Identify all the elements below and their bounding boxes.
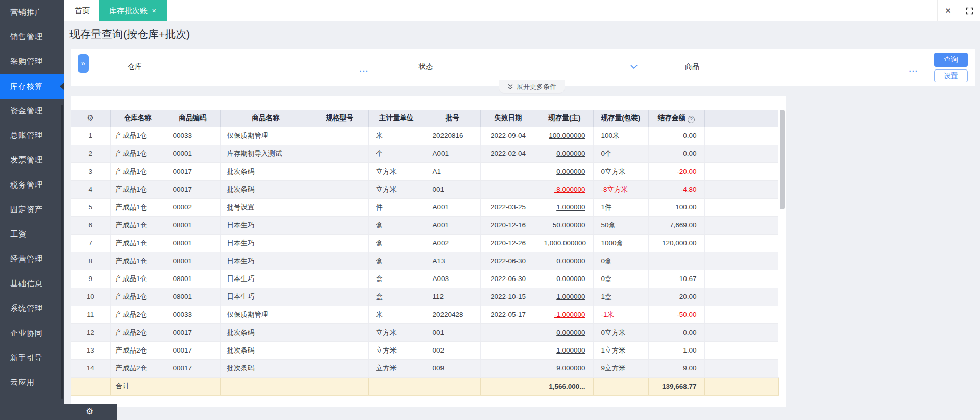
column-header-qty_pack[interactable]: 现存量(包装) <box>593 110 648 127</box>
tab-close-icon[interactable]: ✕ <box>152 8 156 14</box>
cell-unit: 盒 <box>368 270 425 288</box>
product-lookup-ellipsis-icon[interactable]: ... <box>909 65 918 73</box>
qty-main-link[interactable]: 100.000000 <box>549 132 585 139</box>
sidebar-item-fixed-assets[interactable]: 固定资产 <box>0 197 64 222</box>
column-header-qty_main[interactable]: 现存量(主) <box>536 110 593 127</box>
sidebar-item-system-mgmt[interactable]: 系统管理 <box>0 296 64 321</box>
sidebar-item-marketing-promo[interactable]: 营销推广 <box>0 0 64 25</box>
qty-main-link[interactable]: 0.000000 <box>556 257 585 265</box>
cell-qty-package: 0立方米 <box>593 323 648 341</box>
sidebar-item-cloud-apps[interactable]: 云应用 <box>0 370 64 394</box>
cell-batch: A003 <box>425 270 480 288</box>
cell-warehouse: 产成品1仓 <box>110 252 165 270</box>
table-row[interactable]: 7产成品1仓08001日本生巧盒A0022020-12-261,000.0000… <box>71 234 778 252</box>
settings-gear-icon[interactable]: ⚙ <box>86 406 93 416</box>
table-row[interactable]: 4产成品1仓00017批次条码立方米001-8.000000-8立方米-4.80 <box>71 180 778 198</box>
cell-batch: 009 <box>425 359 480 377</box>
total-qty-main: 1,566.000... <box>536 377 593 395</box>
cell-spec <box>311 252 368 270</box>
sidebar-item-general-ledger[interactable]: 总账管理 <box>0 123 64 148</box>
qty-main-link[interactable]: 50.000000 <box>553 221 585 229</box>
qty-main-link[interactable]: 0.000000 <box>556 275 585 283</box>
sidebar-item-tax-mgmt[interactable]: 税务管理 <box>0 173 64 197</box>
table-row[interactable]: 11产成品2仓00033仅保质期管理米202204282022-05-17-1.… <box>71 306 778 323</box>
table-row[interactable]: 13产成品2仓00017批次条码立方米0021.0000001立方米1.00 <box>71 341 778 359</box>
settings-button[interactable]: 设置 <box>934 69 968 82</box>
sidebar-item-sales-mgmt[interactable]: 销售管理 <box>0 25 64 49</box>
table-row[interactable]: 5产成品1仓00002批号设置件A0012022-03-251.0000001件… <box>71 198 778 216</box>
table-row[interactable]: 10产成品1仓08001日本生巧盒1122022-10-151.0000001盒… <box>71 288 778 306</box>
sidebar-item-inventory-accounting[interactable]: 库存核算 <box>0 74 64 99</box>
column-header-name[interactable]: 商品名称 <box>220 110 311 127</box>
table-row[interactable]: 8产成品1仓08001日本生巧盒A132022-06-300.0000000盒 <box>71 252 778 270</box>
tab-home[interactable]: 首页 <box>69 0 95 21</box>
query-button[interactable]: 查询 <box>934 53 968 67</box>
qty-main-link[interactable]: -1.000000 <box>554 311 585 318</box>
status-filter-select[interactable] <box>443 56 641 77</box>
column-header-spec[interactable]: 规格型号 <box>311 110 368 127</box>
cell-qty-main: 0.000000 <box>536 145 593 162</box>
qty-main-link[interactable]: 1.000000 <box>556 293 585 300</box>
qty-main-link[interactable]: 9.000000 <box>556 364 585 372</box>
cell-amount: 20.00 <box>648 288 704 306</box>
column-header-unit[interactable]: 主计量单位 <box>368 110 425 127</box>
chevron-down-icon[interactable] <box>630 62 638 72</box>
column-header-warehouse[interactable]: 仓库名称 <box>110 110 165 127</box>
warehouse-lookup-ellipsis-icon[interactable]: ... <box>359 65 369 73</box>
sidebar-item-funds-mgmt[interactable]: 资金管理 <box>0 99 64 123</box>
close-icon[interactable]: ✕ <box>938 0 959 21</box>
cell-blank <box>704 323 778 341</box>
fullscreen-icon[interactable] <box>959 0 980 21</box>
column-header-batch[interactable]: 批号 <box>425 110 480 127</box>
column-settings-gear-icon[interactable]: ⚙ <box>87 113 94 123</box>
cell-batch: 112 <box>425 288 480 306</box>
expand-filter-side-button[interactable]: » <box>78 54 89 73</box>
sidebar-item-base-info[interactable]: 基础信息 <box>0 271 64 296</box>
cell-qty-package: -8立方米 <box>593 180 648 198</box>
cell-qty-main: 0.000000 <box>536 270 593 288</box>
qty-main-link[interactable]: 0.000000 <box>556 168 585 175</box>
table-scrollbar-thumb[interactable] <box>780 110 785 209</box>
sidebar-item-label: 基础信息 <box>10 279 43 289</box>
cell-warehouse: 产成品2仓 <box>110 323 165 341</box>
cell-spec <box>311 288 368 306</box>
sidebar-scrollbar-thumb[interactable] <box>61 105 63 399</box>
cell-qty-package: 1立方米 <box>593 341 648 359</box>
sidebar-item-purchase-mgmt[interactable]: 采购管理 <box>0 50 64 74</box>
table-row[interactable]: 12产成品2仓00017批次条码立方米0010.0000000立方米0.00 <box>71 323 778 341</box>
qty-main-link[interactable]: 1.000000 <box>556 346 585 354</box>
table-row[interactable]: 14产成品2仓00017批次条码立方米0099.0000009立方米9.00 <box>71 359 778 377</box>
table-row[interactable]: 9产成品1仓08001日本生巧盒A0032022-06-300.0000000盒… <box>71 270 778 288</box>
table-row[interactable]: 1产成品1仓00033仅保质期管理米202208162022-09-04100.… <box>71 127 778 145</box>
cell-product-name: 批次条码 <box>220 162 311 180</box>
cell-unit: 立方米 <box>368 341 425 359</box>
help-question-icon[interactable]: ? <box>688 116 695 123</box>
sidebar-item-label: 发票管理 <box>10 155 43 165</box>
cell-qty-package: 100米 <box>593 127 648 145</box>
column-header-code[interactable]: 商品编码 <box>165 110 220 127</box>
qty-main-link[interactable]: 1,000.000000 <box>544 239 586 247</box>
sidebar-item-payroll[interactable]: 工资 <box>0 222 64 247</box>
cell-amount: -20.00 <box>648 162 704 180</box>
sidebar-item-business-mgmt[interactable]: 经营管理 <box>0 247 64 271</box>
cell-product-code: 00017 <box>165 341 220 359</box>
product-filter-input[interactable]: ... <box>704 56 920 77</box>
qty-main-link[interactable]: 0.000000 <box>556 150 585 157</box>
qty-main-link[interactable]: -8.000000 <box>554 185 585 193</box>
sidebar-item-label: 总账管理 <box>10 131 43 141</box>
sidebar-item-enterprise-collab[interactable]: 企业协同 <box>0 321 64 345</box>
table-row[interactable]: 3产成品1仓00017批次条码立方米A10.0000000立方米-20.00 <box>71 162 778 180</box>
qty-main-link[interactable]: 0.000000 <box>556 329 585 336</box>
sidebar-item-invoice-mgmt[interactable]: 发票管理 <box>0 148 64 173</box>
table-row[interactable]: 6产成品1仓08001日本生巧盒A0012020-12-1650.0000005… <box>71 216 778 234</box>
qty-main-link[interactable]: 1.000000 <box>556 203 585 211</box>
table-row[interactable]: 2产成品1仓00001库存期初导入测试个A0012022-02-040.0000… <box>71 145 778 162</box>
column-header-amount[interactable]: 结存金额? <box>648 110 704 127</box>
sidebar-item-beginner-guide[interactable]: 新手引导 <box>0 345 64 370</box>
column-header-row_num[interactable]: ⚙ <box>71 110 110 127</box>
warehouse-filter-input[interactable]: ... <box>145 56 371 77</box>
tab-inventory-batch[interactable]: 库存批次账 ✕ <box>99 0 167 21</box>
column-header-expiry[interactable]: 失效日期 <box>480 110 536 127</box>
cell-expiry-date <box>480 341 536 359</box>
expand-more-conditions-button[interactable]: 展开更多条件 <box>499 80 565 94</box>
